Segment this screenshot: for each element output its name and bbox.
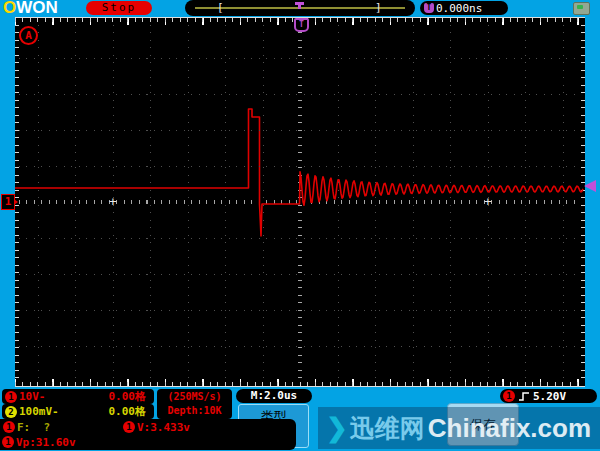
trigger-t-icon: T xyxy=(424,3,434,13)
channel1-position: 0.00 xyxy=(109,390,136,403)
horizontal-position-bar[interactable]: [ ] xyxy=(185,0,415,16)
grid-line-vertical xyxy=(413,25,414,379)
channel1-position-marker[interactable]: 1 xyxy=(1,194,15,210)
grid-line-vertical xyxy=(38,25,39,379)
window-left-bracket: [ xyxy=(217,1,224,15)
watermark: ❯ 迅维网 Chinafix.com xyxy=(318,407,600,449)
trigger-source-badge: 1 xyxy=(503,390,515,402)
channel2-unit: 格 xyxy=(135,404,146,419)
grid-line-vertical xyxy=(488,25,489,379)
grid-line-horizontal xyxy=(19,238,581,239)
grid-line-horizontal xyxy=(19,130,581,131)
channel1-badge: 1 xyxy=(5,391,17,403)
window-right-bracket: ] xyxy=(375,1,382,15)
timebase-readout: M:2.0us xyxy=(236,389,312,403)
grid-line-vertical xyxy=(525,25,526,379)
measure-frequency: F: ? xyxy=(17,421,50,434)
measurement-box: 1 F: ? 1 V:3.433v 1 Vp:31.60v xyxy=(0,419,296,450)
channel2-badge: 2 xyxy=(5,406,17,418)
sample-rate: (250MS/s) xyxy=(157,390,232,404)
grid-line-horizontal xyxy=(19,346,581,347)
grid-line-vertical xyxy=(263,25,264,379)
grid-line-vertical xyxy=(375,25,376,379)
grid-line-vertical xyxy=(75,25,76,379)
channel1-unit: 格 xyxy=(135,389,146,404)
channel1-info-box: 110V-0.00格 xyxy=(2,389,154,404)
record-depth: Depth:10K xyxy=(157,404,232,418)
channel2-position: 0.00 xyxy=(109,405,136,418)
trigger-level-readout: 1 5.20V xyxy=(500,389,597,403)
channel1-waveform xyxy=(15,17,585,387)
rising-edge-icon xyxy=(518,391,530,402)
measure-badge: 1 xyxy=(2,436,14,448)
measure-voltage: V:3.433v xyxy=(137,421,190,434)
grid-line-vertical xyxy=(225,25,226,379)
grid-line-horizontal xyxy=(19,94,581,95)
trigger-position-marker[interactable] xyxy=(295,2,304,5)
trigger-level-arrow[interactable] xyxy=(584,180,596,192)
watermark-chevron-icon: ❯ xyxy=(326,413,348,444)
grid-line-horizontal xyxy=(19,274,581,275)
grid-line-vertical xyxy=(563,25,564,379)
grid-line-vertical xyxy=(338,25,339,379)
trigger-time-offset: T 0.000ns xyxy=(420,1,508,15)
watermark-site-name: 迅维网 xyxy=(350,412,425,445)
grid-line-vertical xyxy=(450,25,451,379)
measure-vpp: Vp:31.60v xyxy=(16,436,76,449)
grid-line-horizontal xyxy=(19,58,581,59)
scope-display: + + A T xyxy=(15,17,585,387)
save-icon xyxy=(573,2,590,15)
grid-line-vertical xyxy=(150,25,151,379)
grid-line-vertical xyxy=(113,25,114,379)
channel2-scale: 100mV- xyxy=(19,405,59,418)
channel2-info-box: 2100mV-0.00格 xyxy=(2,404,154,419)
measure-badge: 1 xyxy=(123,421,135,433)
grid-line-vertical xyxy=(188,25,189,379)
trigger-level-value: 5.20V xyxy=(533,390,566,403)
run-stop-button[interactable]: Stop xyxy=(86,1,152,15)
trigger-time-value: 0.000ns xyxy=(436,2,482,15)
owon-logo: OWON xyxy=(3,0,58,18)
grid-line-horizontal xyxy=(19,310,581,311)
grid-line-horizontal xyxy=(19,166,581,167)
measure-badge: 1 xyxy=(3,421,15,433)
channel1-scale: 10V- xyxy=(19,390,46,403)
acquisition-info-box: (250MS/s) Depth:10K xyxy=(157,389,232,419)
watermark-domain: Chinafix.com xyxy=(428,413,591,444)
